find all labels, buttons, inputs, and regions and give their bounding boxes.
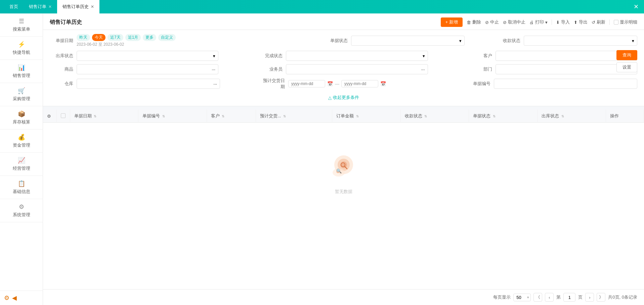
- status-select[interactable]: ▾: [351, 36, 465, 46]
- completion-status-label: 完成状态: [259, 53, 286, 59]
- settings-bottom-icon[interactable]: ⚙: [4, 294, 9, 302]
- warehouse-select[interactable]: ···: [77, 79, 220, 89]
- product-label: 商品: [50, 66, 77, 72]
- prev-page-icon: ‹: [549, 295, 550, 300]
- refresh-button[interactable]: ↺ 刷新: [592, 19, 605, 25]
- cancel-stop-button[interactable]: ⊘ 取消中止: [503, 19, 525, 25]
- collapse-sidebar-icon[interactable]: ◀: [12, 294, 17, 302]
- import-button[interactable]: ⬇ 导入: [556, 19, 570, 25]
- filter-row-4: 仓库 ··· 预计交货日期 📅 — 📅 单据编号: [50, 78, 637, 90]
- first-page-btn[interactable]: 《: [533, 293, 542, 302]
- tab-sales-order-label: 销售订单: [29, 4, 46, 10]
- display-toggle[interactable]: 显示明细: [614, 19, 637, 25]
- search-button-label: 查询: [622, 52, 631, 58]
- quick-nav-icon: ⚡: [18, 41, 25, 48]
- th-doc-status[interactable]: 单据状态 ⇅: [469, 110, 538, 123]
- calendar-end-icon[interactable]: 📅: [380, 81, 386, 86]
- settings-filter-label: 设置: [622, 65, 631, 70]
- delivery-date-end[interactable]: [341, 80, 378, 87]
- sidebar-item-ops-mgmt[interactable]: 📈 经营管理: [0, 153, 43, 176]
- tab-sales-order-history[interactable]: 销售订单历史 ✕: [57, 0, 99, 13]
- sidebar-item-base-info[interactable]: 📋 基础信息: [0, 176, 43, 199]
- tab-sales-order-history-close[interactable]: ✕: [91, 4, 94, 9]
- tab-sales-order-close[interactable]: ✕: [48, 4, 52, 9]
- completion-dropdown-icon: ▾: [423, 53, 425, 59]
- table-container: ⚙ 单据日期 ⇅ 单据编号 ⇅ 客户: [43, 110, 644, 289]
- tab-bar: 首页 销售订单 ✕ 销售订单历史 ✕: [4, 0, 632, 13]
- sidebar-item-sys-mgmt[interactable]: ⚙ 系统管理: [0, 199, 43, 222]
- new-button[interactable]: + 新增: [441, 17, 463, 27]
- tab-sales-order-history-label: 销售订单历史: [62, 4, 89, 10]
- th-customer[interactable]: 客户 ⇅: [207, 110, 256, 123]
- toolbar-divider-1: [552, 20, 552, 25]
- per-page-select-wrap: 50 100 200: [513, 294, 531, 301]
- date-chip-last7[interactable]: 近7天: [108, 34, 123, 41]
- calendar-start-icon[interactable]: 📅: [327, 81, 333, 86]
- date-chip-last1month[interactable]: 近1月: [125, 34, 141, 41]
- select-all-checkbox[interactable]: [61, 113, 66, 118]
- sidebar-item-search-menu[interactable]: ☰ 搜索菜单: [0, 13, 43, 37]
- table-header: ⚙ 单据日期 ⇅ 单据编号 ⇅ 客户: [43, 110, 644, 123]
- th-outbound-status[interactable]: 出库状态 ⇅: [537, 110, 606, 123]
- delete-button[interactable]: 🗑 删除: [467, 19, 481, 25]
- page-prefix: 第: [556, 294, 561, 300]
- main-layout: ☰ 搜索菜单 ⚡ 快捷导航 📊 销售管理 🛒 采购管理 📦 库存核算 💰 资金管…: [0, 13, 644, 305]
- outbound-status-label: 出库状态: [50, 53, 77, 59]
- outbound-status-select[interactable]: ▾: [77, 51, 218, 61]
- next-page-btn[interactable]: ›: [585, 293, 594, 302]
- completion-status-select[interactable]: ▾: [286, 51, 428, 61]
- sidebar-item-purchase-mgmt[interactable]: 🛒 采购管理: [0, 83, 43, 106]
- customer-select[interactable]: ···: [496, 51, 637, 61]
- th-checkbox[interactable]: [56, 110, 70, 123]
- top-bar: 首页 销售订单 ✕ 销售订单历史 ✕ ✕: [0, 0, 644, 13]
- settings-filter-button[interactable]: 设置: [616, 62, 637, 72]
- collapse-row[interactable]: △ 收起更多条件: [50, 93, 637, 102]
- stop-button[interactable]: ⊘ 中止: [485, 19, 499, 25]
- date-chip-today[interactable]: 今天: [92, 34, 105, 41]
- cancel-stop-icon: ⊘: [503, 20, 507, 25]
- new-button-label: + 新增: [445, 19, 458, 25]
- empty-state: 🔍 暂无数据: [43, 123, 644, 222]
- print-button[interactable]: 🖨 打印 ▾: [529, 19, 548, 25]
- th-estimated-delivery[interactable]: 预计交货... ⇅: [256, 110, 332, 123]
- th-receipt-status[interactable]: 收款状态 ⇅: [400, 110, 469, 123]
- sidebar-item-fund-mgmt[interactable]: 💰 资金管理: [0, 129, 43, 153]
- page-input[interactable]: [563, 293, 575, 302]
- tab-sales-order[interactable]: 销售订单 ✕: [24, 0, 57, 13]
- top-bar-close-btn[interactable]: ✕: [632, 3, 640, 10]
- tab-home[interactable]: 首页: [4, 0, 24, 13]
- receipt-status-select[interactable]: ▾: [524, 36, 637, 46]
- per-page-select[interactable]: 50 100 200: [513, 294, 531, 301]
- cancel-stop-text: 取消中止: [508, 19, 525, 25]
- last-page-btn[interactable]: 》: [597, 293, 605, 302]
- sidebar-item-inventory-check[interactable]: 📦 库存核算: [0, 106, 43, 129]
- date-chip-custom[interactable]: 自定义: [158, 34, 176, 41]
- print-dropdown-icon: ▾: [545, 20, 548, 25]
- prev-page-btn[interactable]: ‹: [545, 293, 554, 302]
- first-page-icon: 《: [536, 294, 540, 300]
- date-chip-yesterday[interactable]: 昨天: [77, 34, 90, 41]
- salesperson-select[interactable]: ···: [286, 64, 428, 74]
- export-button[interactable]: ⬆ 导出: [574, 19, 588, 25]
- delivery-date-start[interactable]: [288, 80, 325, 87]
- search-menu-icon: ☰: [19, 17, 24, 25]
- product-select[interactable]: ···: [77, 64, 218, 74]
- th-doc-date[interactable]: 单据日期 ⇅: [70, 110, 138, 123]
- th-order-amount[interactable]: 订单金额 ⇅: [332, 110, 401, 123]
- customer-label: 客户: [469, 53, 496, 59]
- date-chip-more[interactable]: 更多: [143, 34, 156, 41]
- search-button[interactable]: 查询: [616, 50, 637, 60]
- display-toggle-checkbox[interactable]: [614, 20, 618, 25]
- stop-button-icon: ⊘: [485, 20, 489, 25]
- tab-home-label: 首页: [9, 4, 18, 10]
- doc-number-input[interactable]: [494, 79, 637, 89]
- sidebar-item-quick-nav[interactable]: ⚡ 快捷导航: [0, 37, 43, 60]
- sys-mgmt-icon: ⚙: [19, 203, 24, 211]
- th-doc-number[interactable]: 单据编号 ⇅: [138, 110, 207, 123]
- department-select[interactable]: ▾: [496, 64, 637, 74]
- sidebar-item-sales-mgmt[interactable]: 📊 销售管理: [0, 60, 43, 83]
- outbound-dropdown-icon: ▾: [213, 53, 215, 59]
- filter-row-1: 单据日期 昨天 今天 近7天 近1月 更多 自定义 2023-06-02 至 2…: [50, 34, 637, 47]
- receipt-status-label: 收款状态: [497, 38, 524, 44]
- th-settings[interactable]: ⚙: [43, 110, 56, 123]
